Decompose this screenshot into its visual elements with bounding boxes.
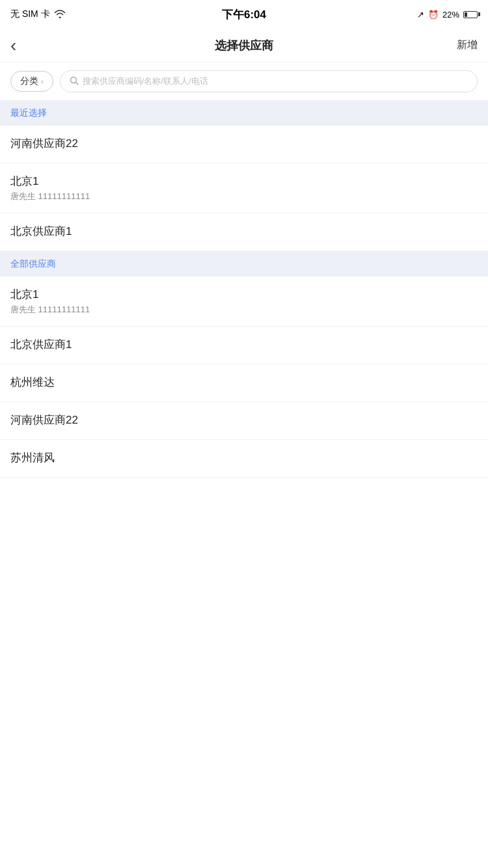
search-placeholder: 搜索供应商编码/名称/联系人/电话 — [83, 75, 208, 87]
alarm-icon: ⏰ — [428, 10, 439, 20]
all-section-header: 全部供应商 — [0, 251, 488, 277]
item-sub: 唐先生 11111111111 — [10, 304, 478, 316]
status-left: 无 SIM 卡 — [10, 8, 66, 20]
chevron-right-icon: › — [41, 77, 44, 85]
list-item[interactable]: 河南供应商22 — [0, 126, 488, 163]
list-item[interactable]: 北京1唐先生 11111111111 — [0, 277, 488, 327]
location-icon: ↗ — [417, 10, 424, 20]
battery-percent: 22% — [442, 10, 459, 20]
filter-bar: 分类 › 搜索供应商编码/名称/联系人/电话 — [0, 62, 488, 100]
item-name: 北京1 — [10, 174, 478, 189]
back-button[interactable]: ‹ — [10, 35, 36, 56]
add-button[interactable]: 新增 — [457, 38, 478, 52]
category-button[interactable]: 分类 › — [10, 71, 53, 92]
recent-section-title: 最近选择 — [10, 107, 47, 118]
recent-list: 河南供应商22北京1唐先生 11111111111北京供应商1 — [0, 126, 488, 251]
list-item[interactable]: 河南供应商22 — [0, 402, 488, 440]
list-item[interactable]: 苏州清风 — [0, 440, 488, 478]
status-right: ↗ ⏰ 22% — [417, 10, 478, 20]
item-name: 河南供应商22 — [10, 413, 478, 427]
list-item[interactable]: 北京1唐先生 11111111111 — [0, 163, 488, 213]
list-item[interactable]: 杭州维达 — [0, 364, 488, 402]
item-name: 北京供应商1 — [10, 337, 478, 352]
item-name: 北京1 — [10, 287, 478, 302]
all-list: 北京1唐先生 11111111111北京供应商1杭州维达河南供应商22苏州清风 — [0, 277, 488, 478]
all-section-title: 全部供应商 — [10, 258, 56, 269]
item-name: 北京供应商1 — [10, 224, 478, 239]
search-box[interactable]: 搜索供应商编码/名称/联系人/电话 — [60, 70, 478, 92]
item-name: 河南供应商22 — [10, 136, 478, 151]
search-icon — [70, 76, 79, 87]
status-time: 下午6:04 — [222, 7, 266, 22]
svg-line-1 — [75, 82, 78, 85]
status-bar: 无 SIM 卡 下午6:04 ↗ ⏰ 22% — [0, 0, 488, 29]
wifi-icon — [54, 9, 66, 20]
recent-section-header: 最近选择 — [0, 100, 488, 126]
list-item[interactable]: 北京供应商1 — [0, 327, 488, 364]
category-label: 分类 — [20, 75, 38, 87]
battery-icon — [463, 11, 478, 18]
item-sub: 唐先生 11111111111 — [10, 191, 478, 202]
item-name: 杭州维达 — [10, 375, 478, 390]
carrier-text: 无 SIM 卡 — [10, 8, 50, 20]
nav-bar: ‹ 选择供应商 新增 — [0, 29, 488, 62]
page-title: 选择供应商 — [215, 38, 273, 53]
item-name: 苏州清风 — [10, 450, 478, 465]
list-item[interactable]: 北京供应商1 — [0, 213, 488, 251]
